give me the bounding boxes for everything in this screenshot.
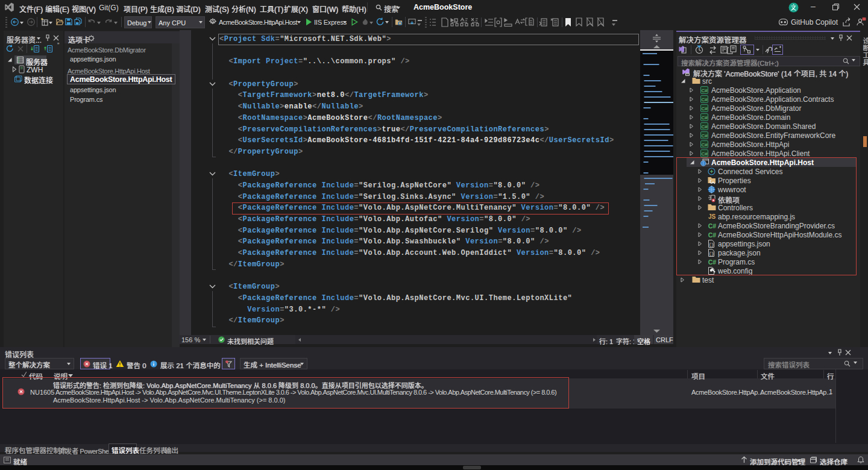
svg-text:C#: C#	[701, 115, 708, 121]
svg-text:C#: C#	[701, 106, 708, 111]
svg-text:C#: C#	[701, 142, 708, 148]
svg-text:C#: C#	[701, 133, 708, 139]
svg-text:C#: C#	[701, 124, 708, 130]
svg-text:C#: C#	[701, 88, 708, 93]
svg-text:C#: C#	[701, 151, 708, 157]
svg-text:C#: C#	[701, 97, 708, 102]
